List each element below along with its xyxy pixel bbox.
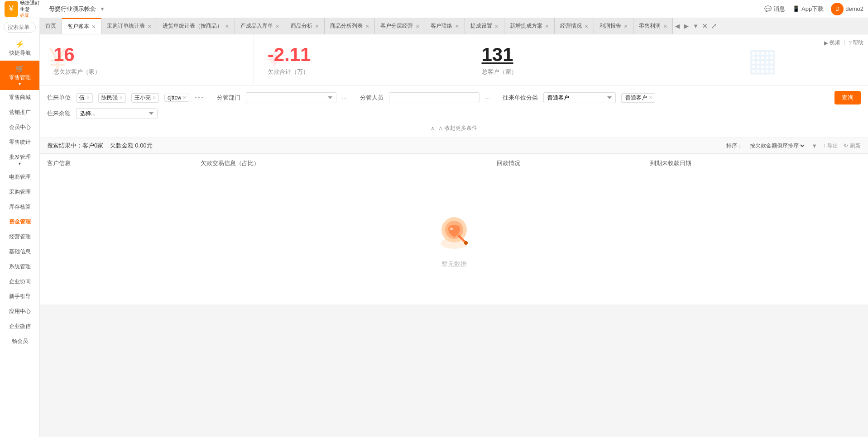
video-link[interactable]: ▶ 视频 bbox=[824, 39, 840, 47]
tab-customer-contact[interactable]: 客户联络 × bbox=[425, 18, 465, 34]
remove-customer-type[interactable]: × bbox=[649, 95, 652, 101]
tab-commission-settings[interactable]: 提成设置 × bbox=[465, 18, 504, 34]
unit-tag-cjttcw: cjttcw × bbox=[164, 94, 189, 102]
sidebar-item-marketing[interactable]: 营销推广 bbox=[0, 105, 39, 120]
sidebar-item-app-center[interactable]: 应用中心 bbox=[0, 304, 39, 319]
tab-close-icon[interactable]: × bbox=[495, 23, 499, 29]
remove-tag-wang[interactable]: × bbox=[153, 95, 156, 101]
nav-icon: ⚡ bbox=[15, 40, 24, 48]
data-table: 客户信息 欠款交易信息（占比） 回款情况 到期未收款日期 bbox=[40, 154, 868, 173]
export-icon: ↑ bbox=[823, 142, 825, 149]
tab-scroll-left[interactable]: ◀ bbox=[673, 18, 682, 34]
tab-menu[interactable]: ▼ bbox=[691, 18, 700, 34]
tab-close-icon[interactable]: × bbox=[365, 23, 369, 29]
tab-maximize[interactable]: ⤢ bbox=[709, 18, 718, 34]
remove-tag-chen[interactable]: × bbox=[120, 95, 123, 101]
tab-customer-ledger[interactable]: 客户账本 × bbox=[62, 18, 101, 34]
collapse-button[interactable]: ∧ ∧ 收起更多条件 bbox=[431, 124, 477, 132]
sidebar-item-system[interactable]: 系统管理 bbox=[0, 259, 39, 274]
tab-operations[interactable]: 经营情况 × bbox=[555, 18, 594, 34]
sidebar: ⚡ 快捷导航 🛒 零售管理 ▾ 零售商城 营销推广 会员中心 零售统计 批发管理 bbox=[0, 18, 40, 437]
sidebar-item-member-center[interactable]: 会员中心 bbox=[0, 120, 39, 135]
table-header: 客户信息 欠款交易信息（占比） 回款情况 到期未收款日期 bbox=[40, 154, 868, 173]
tab-home[interactable]: 首页 bbox=[40, 18, 62, 34]
stat-card-total-customers: ▦ 131 总客户（家） ▶ 视频 | ? 帮助 bbox=[468, 34, 868, 85]
sidebar-item-quick-nav[interactable]: ⚡ 快捷导航 bbox=[0, 36, 39, 61]
person-selector[interactable] bbox=[389, 92, 480, 103]
sidebar-item-retail[interactable]: 🛒 零售管理 ▾ bbox=[0, 61, 39, 90]
remove-tag-cjttcw[interactable]: × bbox=[183, 95, 186, 101]
query-button[interactable]: 查询 bbox=[834, 91, 861, 104]
tab-retail-profit[interactable]: 零售利润 × bbox=[633, 18, 673, 34]
message-button[interactable]: 💬 消息 bbox=[764, 5, 785, 13]
export-button[interactable]: ↑ 导出 bbox=[823, 142, 838, 150]
sidebar-item-enterprise-wechat[interactable]: 企业微信 bbox=[0, 319, 39, 334]
balance-select[interactable]: 选择... bbox=[76, 108, 158, 119]
result-bar: 搜索结果中：客户0家 欠款金额 0.00元 排序： 按欠款金额倒序排序 ▼ ↑ … bbox=[40, 138, 868, 154]
tab-scroll-right[interactable]: ▶ bbox=[682, 18, 691, 34]
sidebar-item-retail-mall[interactable]: 零售商城 bbox=[0, 90, 39, 105]
more-units-button[interactable]: ··· bbox=[195, 93, 204, 103]
tab-close-icon[interactable]: × bbox=[585, 23, 588, 29]
tab-close-all[interactable]: ✕ bbox=[700, 18, 709, 34]
sidebar-item-operations[interactable]: 经营管理 bbox=[0, 229, 39, 244]
sidebar-item-vip[interactable]: 畅会员 bbox=[0, 334, 39, 349]
dept-select[interactable] bbox=[246, 92, 336, 103]
stat-label-customers: 总欠款客户（家） bbox=[53, 68, 240, 76]
tab-profit-report[interactable]: 利润报告 × bbox=[594, 18, 633, 34]
tab-purchase-stats-by-product[interactable]: 进货单统计表（按商品） × bbox=[157, 18, 235, 34]
sort-select[interactable]: 按欠款金额倒序排序 bbox=[748, 142, 806, 149]
tab-close-icon[interactable]: × bbox=[416, 23, 419, 29]
dept-more-icon[interactable]: ··· bbox=[342, 94, 347, 101]
tab-product-analysis[interactable]: 商品分析 × bbox=[285, 18, 325, 34]
user-profile[interactable]: D demo2 bbox=[831, 3, 863, 15]
category-selector[interactable]: 普通客户 bbox=[543, 92, 616, 103]
stat-bg-icon-3: ▦ bbox=[748, 41, 777, 78]
help-icon: ? bbox=[849, 40, 852, 46]
stat-bg-icon-1: ¥ bbox=[49, 42, 67, 78]
category-select[interactable]: 普通客户 bbox=[543, 92, 616, 103]
filter-row-2: 往来余额 选择... bbox=[47, 108, 861, 119]
tab-close-icon[interactable]: × bbox=[276, 23, 279, 29]
result-summary: 搜索结果中：客户0家 欠款金额 0.00元 bbox=[47, 142, 153, 150]
remove-tag-wu[interactable]: × bbox=[86, 95, 90, 101]
sidebar-item-purchase[interactable]: 采购管理 bbox=[0, 185, 39, 200]
tab-close-icon[interactable]: × bbox=[663, 23, 667, 29]
sidebar-item-wholesale[interactable]: 批发管理 ▾ bbox=[0, 150, 39, 170]
tab-close-icon[interactable]: × bbox=[545, 23, 549, 29]
stat-value-customers: 16 bbox=[53, 43, 240, 66]
sidebar-item-basic-info[interactable]: 基础信息 bbox=[0, 244, 39, 259]
sidebar-item-retail-stats[interactable]: 零售统计 bbox=[0, 135, 39, 150]
sidebar-item-finance[interactable]: 资金管理 bbox=[0, 214, 39, 229]
sidebar-item-ecommerce[interactable]: 电商管理 bbox=[0, 170, 39, 185]
refresh-button[interactable]: ↻ 刷新 bbox=[844, 142, 861, 150]
tab-customer-tier[interactable]: 客户分层经营 × bbox=[375, 18, 425, 34]
stat-card-customers: ¥ 16 总欠款客户（家） bbox=[40, 34, 254, 85]
tab-close-icon[interactable]: × bbox=[315, 23, 319, 29]
balance-selector[interactable]: 选择... bbox=[76, 108, 158, 119]
sidebar-item-enterprise-collab[interactable]: 企业协同 bbox=[0, 274, 39, 289]
tab-close-icon[interactable]: × bbox=[92, 24, 96, 30]
search-input[interactable] bbox=[4, 22, 36, 33]
app-download-button[interactable]: 📱 App下载 bbox=[792, 5, 824, 13]
sidebar-item-new-guide[interactable]: 新手引导 bbox=[0, 289, 39, 304]
tab-purchase-order-stats[interactable]: 采购订单统计表 × bbox=[101, 18, 157, 34]
tab-close-icon[interactable]: × bbox=[148, 23, 151, 29]
sidebar-item-inventory[interactable]: 库存核算 bbox=[0, 200, 39, 214]
svg-point-4 bbox=[464, 241, 468, 245]
tab-product-analysis-list[interactable]: 商品分析列表 × bbox=[325, 18, 375, 34]
tab-product-stock[interactable]: 产成品入库单 × bbox=[235, 18, 285, 34]
unit-tag-wang: 王小亮 × bbox=[131, 93, 159, 103]
tab-close-icon[interactable]: × bbox=[225, 23, 229, 29]
page-content: ¥ 16 总欠款客户（家） ✦ -2.11 欠款合计（万） ▦ 131 总客 bbox=[40, 34, 868, 437]
video-icon: ▶ bbox=[824, 40, 828, 46]
tab-close-icon[interactable]: × bbox=[455, 23, 459, 29]
help-link[interactable]: ? 帮助 bbox=[849, 39, 863, 47]
person-more-icon[interactable]: ··· bbox=[485, 94, 490, 101]
tab-close-icon[interactable]: × bbox=[624, 23, 628, 29]
dept-selector[interactable] bbox=[246, 92, 336, 103]
account-selector[interactable]: 母婴行业演示帐套 ▼ bbox=[44, 5, 110, 13]
person-input[interactable] bbox=[389, 92, 480, 103]
tab-new-commission[interactable]: 新增提成方案 × bbox=[504, 18, 555, 34]
collapse-icon: ∧ bbox=[431, 125, 435, 132]
